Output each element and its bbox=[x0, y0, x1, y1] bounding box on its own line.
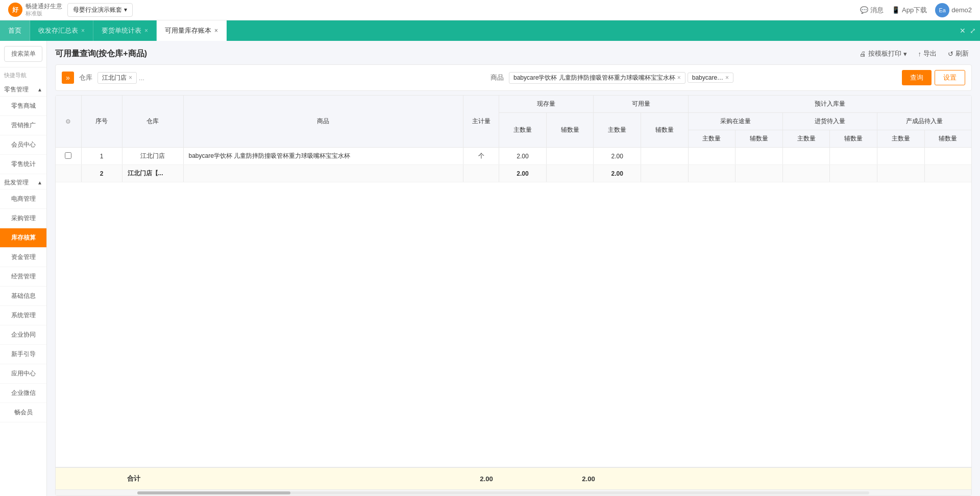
row-1-checkbox[interactable] bbox=[56, 148, 81, 165]
table-settings-icon[interactable]: ⚙ bbox=[65, 118, 71, 125]
sidebar-item-operations-mgmt[interactable]: 经营管理 bbox=[0, 267, 46, 287]
sidebar-item-member-center[interactable]: 会员中心 bbox=[0, 135, 46, 155]
sidebar-item-retail-stats[interactable]: 零售统计 bbox=[0, 155, 46, 174]
page-title: 可用量查询(按仓库+商品) bbox=[55, 49, 147, 59]
row-1-available-aux bbox=[641, 148, 689, 165]
th-available-group: 可用量 bbox=[594, 96, 688, 113]
receive-summary-label: 收发存汇总表 bbox=[38, 26, 78, 35]
sidebar-item-vip-member[interactable]: 畅会员 bbox=[0, 403, 46, 422]
th-no: 序号 bbox=[81, 96, 122, 148]
print-label: 按模板打印 bbox=[868, 49, 901, 58]
row-1-stock-main: 2.00 bbox=[499, 148, 547, 165]
tab-close-available[interactable]: × bbox=[214, 27, 218, 34]
print-btn[interactable]: 🖨 按模板打印 ▾ bbox=[856, 47, 910, 60]
row-1-product: babycare学饮杯 儿童防摔防撞吸管杯重力球吸嘴杯宝宝水杯 bbox=[183, 148, 463, 165]
sidebar-item-retail-mall[interactable]: 零售商城 bbox=[0, 97, 46, 116]
warehouse-more-indicator[interactable]: ... bbox=[139, 74, 144, 82]
page-actions: 🖨 按模板打印 ▾ ↑ 导出 ↺ 刷新 bbox=[856, 47, 972, 60]
sidebar-item-purchase-mgmt[interactable]: 采购管理 bbox=[0, 209, 46, 228]
th-main-unit: 主计量 bbox=[463, 96, 499, 148]
tab-available-stock[interactable]: 可用量库存账本 × bbox=[157, 20, 227, 41]
th-inbound-pending-aux: 辅数量 bbox=[830, 130, 877, 148]
tab-home[interactable]: 首页 bbox=[0, 20, 30, 41]
export-icon: ↑ bbox=[918, 50, 922, 58]
th-inbound-pending-main: 主数量 bbox=[782, 130, 830, 148]
row-1-stock-aux bbox=[546, 148, 594, 165]
message-btn[interactable]: 💬 消息 bbox=[860, 6, 884, 15]
product-tag-2-remove[interactable]: × bbox=[725, 74, 729, 81]
sidebar-item-finance-mgmt[interactable]: 资金管理 bbox=[0, 248, 46, 267]
content-area: 可用量查询(按仓库+商品) 🖨 按模板打印 ▾ ↑ 导出 ↺ 刷新 » bbox=[47, 41, 980, 496]
home-tab-label: 首页 bbox=[8, 26, 21, 35]
tab-receive-summary[interactable]: 收发存汇总表 × bbox=[30, 20, 93, 41]
sidebar-item-enterprise-wechat[interactable]: 企业微信 bbox=[0, 384, 46, 403]
refresh-icon: ↺ bbox=[948, 50, 953, 58]
export-btn[interactable]: ↑ 导出 bbox=[915, 47, 940, 60]
horizontal-scrollbar[interactable] bbox=[56, 489, 971, 495]
row-1-purchase-transit-main bbox=[688, 148, 736, 165]
filter-expand-btn[interactable]: » bbox=[62, 72, 74, 84]
product-filter-tags: babycare学饮杯 儿童防摔防撞吸管杯重力球吸嘴杯宝宝水杯 × babyca… bbox=[509, 72, 897, 84]
chevron-down-icon: ▾ bbox=[124, 6, 127, 13]
window-buttons: ✕ ⤢ bbox=[955, 20, 980, 41]
warehouse-tag: 江北门店 × bbox=[97, 72, 137, 84]
user-area[interactable]: Ea demo2 bbox=[935, 3, 972, 17]
logo-area: 好 畅捷通好生意 标准版 bbox=[8, 3, 62, 17]
close-window-btn[interactable]: ✕ bbox=[960, 27, 966, 35]
print-icon: 🖨 bbox=[860, 50, 866, 58]
sidebar: 搜索菜单 快捷导航 零售管理 ▲ 零售商城 营销推广 会员中心 零售统计 批发管… bbox=[0, 41, 47, 496]
table-footer: 合计 2.00 2.00 bbox=[56, 467, 971, 489]
warehouse-tag-remove[interactable]: × bbox=[129, 74, 132, 81]
filter-bar: » 仓库 江北门店 × ... 商品 babycare学饮杯 儿童防摔防撞吸管杯… bbox=[55, 64, 972, 91]
row-1-inbound-pending-main bbox=[782, 148, 830, 165]
sidebar-item-system-mgmt[interactable]: 系统管理 bbox=[0, 306, 46, 325]
scrollbar-thumb[interactable] bbox=[137, 491, 290, 494]
top-bar-right: 💬 消息 📱 App下载 Ea demo2 bbox=[860, 3, 972, 17]
footer-finished-pending-main bbox=[869, 477, 920, 481]
query-button[interactable]: 查询 bbox=[902, 70, 932, 85]
settings-button[interactable]: 设置 bbox=[935, 70, 965, 85]
footer-row: 合计 2.00 2.00 bbox=[56, 472, 971, 485]
table-row: 1 江北门店 babycare学饮杯 儿童防摔防撞吸管杯重力球吸嘴杯宝宝水杯 个… bbox=[56, 148, 971, 165]
tab-order-summary[interactable]: 要货单统计表 × bbox=[93, 20, 157, 41]
row-1-purchase-transit-aux bbox=[736, 148, 783, 165]
sidebar-item-enterprise-collab[interactable]: 企业协同 bbox=[0, 325, 46, 345]
industry-selector[interactable]: 母婴行业演示账套 ▾ bbox=[67, 3, 133, 17]
maximize-window-btn[interactable]: ⤢ bbox=[970, 27, 976, 35]
row-1-finished-pending-aux bbox=[924, 148, 971, 165]
refresh-btn[interactable]: ↺ 刷新 bbox=[945, 47, 972, 60]
th-product: 商品 bbox=[183, 96, 463, 148]
tab-close-receive[interactable]: × bbox=[81, 27, 85, 34]
logo-text-area: 畅捷通好生意 标准版 bbox=[26, 3, 62, 17]
sidebar-item-retail-mgmt[interactable]: 零售管理 ▲ bbox=[0, 81, 46, 97]
app-download-btn[interactable]: 📱 App下载 bbox=[892, 6, 927, 15]
product-tag-1: babycare学饮杯 儿童防摔防撞吸管杯重力球吸嘴杯宝宝水杯 × bbox=[509, 72, 685, 84]
footer-stock-aux bbox=[512, 477, 563, 481]
th-inbound-pending-group: 进货待入量 bbox=[782, 113, 877, 130]
avatar: Ea bbox=[935, 3, 949, 17]
sidebar-item-ecommerce-mgmt[interactable]: 电商管理 bbox=[0, 190, 46, 209]
th-purchase-transit-aux: 辅数量 bbox=[736, 130, 783, 148]
tab-bar: 首页 收发存汇总表 × 要货单统计表 × 可用量库存账本 × ✕ ⤢ bbox=[0, 20, 980, 41]
footer-total-label: 合计 bbox=[122, 472, 183, 485]
product-tag-2-value: babycare… bbox=[692, 74, 723, 81]
table-scroll[interactable]: ⚙ 序号 仓库 商品 主计量 bbox=[56, 96, 971, 467]
available-stock-label: 可用量库存账本 bbox=[165, 26, 211, 35]
filter-actions: 查询 设置 bbox=[902, 70, 965, 85]
table-wrapper: ⚙ 序号 仓库 商品 主计量 bbox=[55, 95, 972, 496]
th-available-aux: 辅数量 bbox=[641, 113, 689, 148]
sidebar-item-wholesale-mgmt[interactable]: 批发管理 ▲ bbox=[0, 174, 46, 190]
sidebar-item-new-guide[interactable]: 新手引导 bbox=[0, 345, 46, 364]
sidebar-item-inventory-mgmt[interactable]: 库存核算 bbox=[0, 228, 46, 248]
warehouse-tag-value: 江北门店 bbox=[102, 74, 127, 82]
sidebar-item-app-center[interactable]: 应用中心 bbox=[0, 364, 46, 384]
product-tag-1-value: babycare学饮杯 儿童防摔防撞吸管杯重力球吸嘴杯宝宝水杯 bbox=[513, 74, 675, 82]
sidebar-item-marketing[interactable]: 营销推广 bbox=[0, 116, 46, 135]
wholesale-mgmt-arrow: ▲ bbox=[37, 180, 42, 185]
row-1-finished-pending-main bbox=[877, 148, 925, 165]
search-menu-btn[interactable]: 搜索菜单 bbox=[4, 46, 42, 62]
sidebar-item-basic-info[interactable]: 基础信息 bbox=[0, 287, 46, 306]
tab-close-order[interactable]: × bbox=[144, 27, 148, 34]
product-tag-1-remove[interactable]: × bbox=[677, 74, 681, 81]
app-logo: 好 bbox=[8, 3, 22, 17]
